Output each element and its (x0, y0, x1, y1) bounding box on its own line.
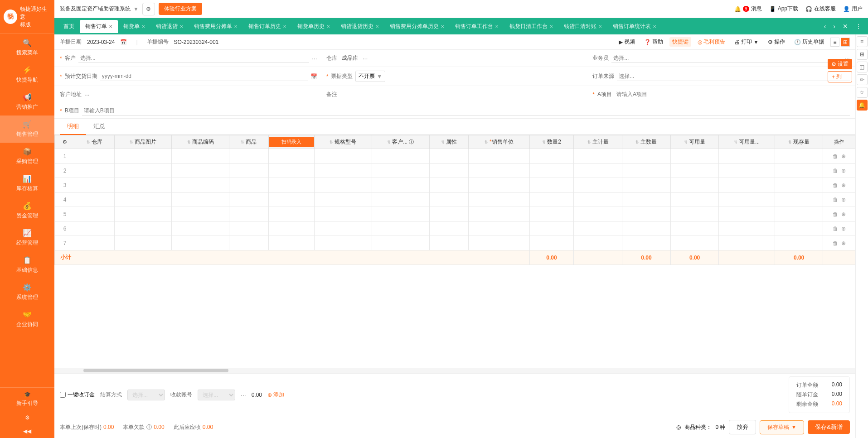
sidebar-item-sales[interactable]: 🛒 销售管理 (0, 116, 54, 143)
note-input[interactable] (340, 90, 584, 99)
row-image[interactable] (114, 221, 172, 236)
row-image[interactable] (114, 207, 172, 221)
tab-close-icon[interactable]: ✕ (495, 24, 499, 29)
account-dots-btn[interactable]: ··· (241, 391, 246, 399)
tab-close-icon[interactable]: ✕ (653, 24, 656, 29)
add-column-btn[interactable]: + 列 (828, 71, 852, 82)
row-sales-unit[interactable] (469, 193, 529, 207)
tab-sales-workbench[interactable]: 销售订单工作台 ✕ (450, 20, 504, 33)
sidebar-item-operations[interactable]: 📈 经营管理 (0, 224, 54, 251)
account-select[interactable]: 选择... (198, 390, 235, 400)
customer-dots-btn[interactable]: ··· (312, 55, 317, 62)
invoice-select[interactable]: 不开票 ▼ (355, 71, 385, 82)
sidebar-item-guide[interactable]: 🎓 新手引导 (0, 388, 54, 411)
sidebar-item-finance[interactable]: 💰 资金管理 (0, 197, 54, 224)
delete-row-icon[interactable]: 🗑 (833, 168, 838, 174)
row-available2[interactable] (719, 236, 775, 250)
tab-close-all-btn[interactable]: ✕ (840, 22, 851, 31)
row-qty2[interactable] (529, 221, 574, 236)
row-product[interactable] (229, 178, 268, 193)
calendar-icon[interactable]: 📅 (120, 39, 127, 45)
row-warehouse[interactable] (75, 149, 114, 164)
tab-daily-workbench[interactable]: 钱货日清工作台 ✕ (504, 20, 558, 33)
discard-btn[interactable]: 放弃 (729, 420, 756, 434)
row-image[interactable] (114, 236, 172, 250)
row-spec[interactable] (315, 149, 372, 164)
col-scan[interactable]: 扫码录入 (268, 135, 315, 149)
row-code[interactable] (172, 236, 229, 250)
rp-icon-1[interactable]: ≡ (857, 36, 868, 47)
row-main-unit[interactable] (574, 236, 622, 250)
rp-icon-5[interactable]: ☆ (857, 87, 868, 98)
row-qty2[interactable] (529, 193, 574, 207)
checkout-select[interactable]: 选择... (127, 390, 165, 400)
row-warehouse[interactable] (75, 236, 114, 250)
row-spec[interactable] (315, 207, 372, 221)
row-sales-unit[interactable] (469, 149, 529, 164)
row-available2[interactable] (719, 164, 775, 178)
row-attr[interactable] (429, 193, 469, 207)
row-qty2[interactable] (529, 178, 574, 193)
row-warehouse[interactable] (75, 207, 114, 221)
tab-summary[interactable]: 汇总 (86, 119, 112, 135)
sidebar-item-marketing[interactable]: 📢 营销推广 (0, 88, 54, 116)
address-dots-btn[interactable]: ··· (84, 91, 90, 98)
row-image[interactable] (114, 164, 172, 178)
row-available2[interactable] (719, 149, 775, 164)
row-sales-unit[interactable] (469, 207, 529, 221)
row-customer-code[interactable] (372, 149, 429, 164)
delivery-input[interactable] (100, 72, 308, 81)
tab-sales-order-history[interactable]: 销售订单历史 ✕ (243, 20, 292, 33)
system-title[interactable]: 装备及固定资产辅助管理系统 ▼ (60, 5, 139, 13)
tab-sales-expense[interactable]: 销售费用分摊单 ✕ (189, 20, 243, 33)
row-available2[interactable] (719, 193, 775, 207)
row-current[interactable] (775, 193, 823, 207)
row-main-qty[interactable] (622, 221, 671, 236)
tab-close-icon[interactable]: ✕ (179, 24, 183, 29)
row-warehouse[interactable] (75, 178, 114, 193)
row-scan[interactable] (268, 236, 315, 250)
customer-input[interactable] (78, 53, 309, 63)
table-scrollbar[interactable] (54, 368, 855, 373)
row-sales-unit[interactable] (469, 164, 529, 178)
tab-expense-history[interactable]: 销售费用分摊单历史 ✕ (384, 20, 450, 33)
row-spec[interactable] (315, 236, 372, 250)
draft-arrow-icon[interactable]: ▼ (791, 424, 796, 430)
tab-next-btn[interactable]: › (830, 22, 838, 31)
row-available[interactable] (670, 207, 719, 221)
delete-row-icon[interactable]: 🗑 (833, 240, 838, 246)
tab-sales-order[interactable]: 销售订单 ✕ (80, 20, 118, 33)
row-available[interactable] (670, 164, 719, 178)
tab-close-icon[interactable]: ✕ (109, 24, 112, 29)
sidebar-item-basic-info[interactable]: 📋 基础信息 (0, 251, 54, 279)
app-download-btn[interactable]: 📱 App下载 (769, 5, 798, 13)
copy-row-icon[interactable]: ⊕ (841, 153, 846, 159)
row-attr[interactable] (429, 178, 469, 193)
row-current[interactable] (775, 178, 823, 193)
delete-row-icon[interactable]: 🗑 (833, 226, 838, 232)
row-customer-code[interactable] (372, 164, 429, 178)
row-code[interactable] (172, 207, 229, 221)
row-spec[interactable] (315, 193, 372, 207)
row-code[interactable] (172, 178, 229, 193)
a-project-input[interactable] (615, 90, 850, 99)
tab-close-icon[interactable]: ✕ (326, 24, 330, 29)
user-btn[interactable]: 👤 用户 (843, 5, 863, 13)
save-draft-btn[interactable]: 保存草稿 ▼ (760, 420, 804, 434)
row-customer-code[interactable] (372, 221, 429, 236)
shortcut-btn[interactable]: 快捷键 (669, 37, 691, 47)
online-service-btn[interactable]: 🎧 在线客服 (805, 5, 836, 13)
delete-row-icon[interactable]: 🗑 (833, 197, 838, 203)
ops-btn[interactable]: ⚙ 操作 (765, 37, 788, 47)
row-image[interactable] (114, 193, 172, 207)
tab-close-icon[interactable]: ✕ (234, 24, 238, 29)
warehouse-dots-btn[interactable]: ··· (363, 55, 368, 62)
row-warehouse[interactable] (75, 221, 114, 236)
tab-sales-bill-history[interactable]: 销货单历史 ✕ (292, 20, 335, 33)
rp-icon-4[interactable]: ✏ (857, 74, 868, 85)
row-attr[interactable] (429, 221, 469, 236)
order-source-input[interactable] (617, 72, 850, 81)
row-main-unit[interactable] (574, 149, 622, 164)
rp-icon-2[interactable]: ⊞ (857, 49, 868, 60)
row-main-qty[interactable] (622, 236, 671, 250)
